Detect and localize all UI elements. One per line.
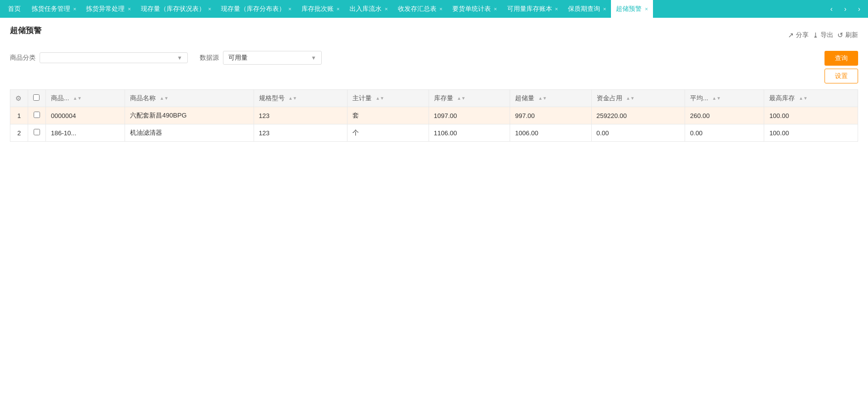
row-num: 1 (10, 107, 28, 124)
row-checkbox[interactable] (34, 112, 40, 118)
nav-next-button[interactable]: › (838, 0, 852, 18)
cell-avg: 260.00 (685, 107, 764, 124)
close-icon[interactable]: × (385, 6, 388, 12)
datasource-select[interactable]: 可用量 ▼ (223, 51, 322, 65)
nav-tab-kucun-pizhang[interactable]: 库存批次账 × (297, 0, 345, 18)
share-icon: ↗ (788, 31, 794, 39)
export-icon: ⤓ (813, 31, 819, 39)
sort-icon: ▲▼ (457, 96, 466, 101)
cell-spec: 123 (254, 107, 347, 124)
filter-category: 商品分类 ▼ (10, 52, 188, 63)
nav-tab-baozhi-chaxun[interactable]: 保质期查询 × (563, 0, 611, 18)
data-table: ⚙ 商品... ▲▼ 商品名称 ▲▼ 规格型号 ▲▼ 主计 (10, 89, 858, 142)
share-link[interactable]: ↗ 分享 (788, 31, 809, 40)
cell-capital: 259220.00 (591, 107, 685, 124)
settings-button[interactable]: 设置 (825, 69, 858, 83)
row-num: 2 (10, 124, 28, 142)
title-actions-row: 超储预警 ↗ 分享 ⤓ 导出 ↺ 刷新 (10, 26, 858, 44)
export-link[interactable]: ⤓ 导出 (813, 31, 833, 40)
refresh-icon: ↺ (837, 31, 843, 39)
th-unit[interactable]: 主计量 ▲▼ (347, 90, 429, 107)
sort-icon: ▲▼ (376, 96, 385, 101)
sort-icon: ▲▼ (160, 96, 169, 101)
share-label: 分享 (796, 31, 809, 40)
gear-icon[interactable]: ⚙ (15, 94, 22, 102)
th-capital[interactable]: 资金占用 ▲▼ (591, 90, 685, 107)
cell-overstock: 997.00 (510, 107, 592, 124)
th-stock[interactable]: 库存量 ▲▼ (429, 90, 510, 107)
table-row: 2 186-10... 机油滤清器 123 个 1106.00 1006.00 … (10, 124, 858, 142)
sort-icon: ▲▼ (799, 96, 808, 101)
cell-spec: 123 (254, 124, 347, 142)
close-icon[interactable]: × (337, 6, 340, 12)
nav-tab-chaochuyujing[interactable]: 超储预警 × (611, 0, 652, 18)
nav-tab-jianhuo-renwu[interactable]: 拣货任务管理 × (27, 0, 81, 18)
close-icon[interactable]: × (494, 6, 497, 12)
sort-icon: ▲▼ (538, 96, 547, 101)
category-label: 商品分类 (10, 53, 36, 62)
nav-prev-button[interactable]: ‹ (825, 0, 838, 18)
close-icon[interactable]: × (73, 6, 76, 12)
close-icon[interactable]: × (128, 6, 130, 12)
top-nav-bar: 首页 拣货任务管理 × 拣货异常处理 × 现存量（库存状况表） × 现存量（库存… (0, 0, 868, 18)
cell-unit: 套 (347, 107, 429, 124)
cell-stock: 1106.00 (429, 124, 510, 142)
cell-avg: 0.00 (685, 124, 764, 142)
cell-product-name: 机油滤清器 (125, 124, 254, 142)
datasource-label: 数据源 (200, 53, 219, 62)
datasource-value: 可用量 (228, 53, 248, 62)
page-content: 超储预警 ↗ 分享 ⤓ 导出 ↺ 刷新 商品分类 ▼ (0, 18, 868, 150)
cell-product-code: 0000004 (46, 107, 125, 124)
sort-icon: ▲▼ (626, 96, 635, 101)
cell-overstock: 1006.00 (510, 124, 592, 142)
th-checkbox[interactable] (28, 90, 46, 107)
th-product-name[interactable]: 商品名称 ▲▼ (125, 90, 254, 107)
th-overstock[interactable]: 超储量 ▲▼ (510, 90, 592, 107)
cell-max-stock: 100.00 (764, 107, 858, 124)
sort-icon: ▲▼ (288, 96, 297, 101)
action-buttons: 查询 设置 (825, 51, 858, 83)
nav-tab-keyongliang-zhangben[interactable]: 可用量库存账本 × (502, 0, 563, 18)
close-icon[interactable]: × (555, 6, 558, 12)
nav-tab-xiancunliang-kuozhuang[interactable]: 现存量（库存状况表） × (136, 0, 216, 18)
close-icon[interactable]: × (439, 6, 442, 12)
select-all-checkbox[interactable] (33, 94, 40, 101)
nav-tab-jianhuo-yichang[interactable]: 拣货异常处理 × (81, 0, 135, 18)
category-select[interactable]: ▼ (40, 52, 188, 63)
cell-capital: 0.00 (591, 124, 685, 142)
cell-product-code: 186-10... (46, 124, 125, 142)
table-row: 1 0000004 六配套新昌490BPG 123 套 1097.00 997.… (10, 107, 858, 124)
cell-max-stock: 100.00 (764, 124, 858, 142)
cell-product-name: 六配套新昌490BPG (125, 107, 254, 124)
chevron-down-icon: ▼ (177, 55, 182, 61)
refresh-link[interactable]: ↺ 刷新 (837, 31, 858, 40)
cell-unit: 个 (347, 124, 429, 142)
cell-stock: 1097.00 (429, 107, 510, 124)
close-icon[interactable]: × (645, 6, 648, 12)
nav-tab-shoufacun-huizong[interactable]: 收发存汇总表 × (393, 0, 447, 18)
nav-tab-xiancunliang-fenbu[interactable]: 现存量（库存分布表） × (216, 0, 296, 18)
sort-icon: ▲▼ (712, 96, 721, 101)
filter-datasource: 数据源 可用量 ▼ (200, 51, 322, 65)
th-spec[interactable]: 规格型号 ▲▼ (254, 90, 347, 107)
row-checkbox-cell[interactable] (28, 107, 46, 124)
refresh-label: 刷新 (845, 31, 858, 40)
close-icon[interactable]: × (288, 6, 291, 12)
sort-icon: ▲▼ (73, 96, 82, 101)
table-header-row: ⚙ 商品... ▲▼ 商品名称 ▲▼ 规格型号 ▲▼ 主计 (10, 90, 858, 107)
close-icon[interactable]: × (208, 6, 211, 12)
th-product-code[interactable]: 商品... ▲▼ (46, 90, 125, 107)
th-avg[interactable]: 平均... ▲▼ (685, 90, 764, 107)
query-button[interactable]: 查询 (825, 51, 858, 66)
row-checkbox-cell[interactable] (28, 124, 46, 142)
nav-tab-yaohuo-tongji[interactable]: 要货单统计表 × (447, 0, 502, 18)
action-bar-right: ↗ 分享 ⤓ 导出 ↺ 刷新 (788, 31, 858, 40)
close-icon[interactable]: × (603, 6, 606, 12)
th-settings[interactable]: ⚙ (10, 90, 28, 107)
nav-more-button[interactable]: › (852, 0, 866, 18)
nav-home[interactable]: 首页 (2, 4, 27, 13)
nav-tab-churuku-liushui[interactable]: 出入库流水 × (345, 0, 392, 18)
chevron-down-icon: ▼ (311, 55, 316, 61)
row-checkbox[interactable] (34, 129, 40, 135)
th-max-stock[interactable]: 最高库存 ▲▼ (764, 90, 858, 107)
